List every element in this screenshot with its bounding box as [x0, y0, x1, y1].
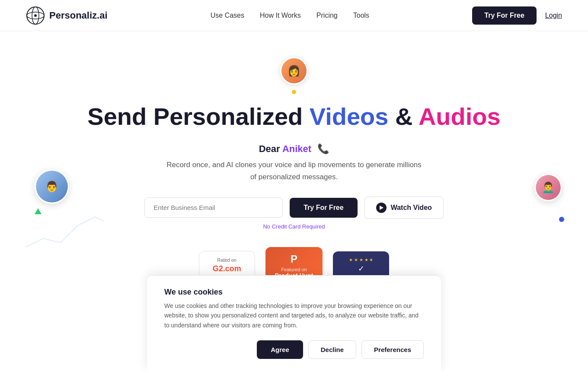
watch-video-button[interactable]: Watch Video — [364, 197, 444, 219]
nav-try-button[interactable]: Try For Free — [472, 6, 536, 25]
email-input[interactable] — [144, 197, 283, 218]
g2-rated-label: Rated on — [209, 257, 245, 263]
try-free-button[interactable]: Try For Free — [290, 198, 357, 218]
hero-title: Send Personalized Videos & Audios — [9, 103, 579, 130]
g2-brand: G2.com — [209, 264, 245, 273]
ph-icon: P — [275, 253, 313, 265]
play-icon — [376, 203, 387, 213]
float-avatar-left: 👨 — [35, 169, 69, 204]
gdpr-stars: ★ ★ ★ ★ ★ — [342, 257, 380, 262]
blue-dot-decoration — [559, 217, 564, 222]
hero-dear-line: Dear Aniket 📞 — [9, 143, 579, 155]
dear-name: Aniket — [282, 143, 311, 154]
svg-point-3 — [34, 14, 37, 17]
avatar-left: 👨 — [35, 169, 69, 204]
cookie-banner: We use cookies We use cookies and other … — [147, 275, 441, 310]
title-part2: & — [388, 103, 418, 130]
watch-btn-label: Watch Video — [391, 204, 432, 212]
nav-actions: Try For Free Login — [472, 6, 562, 25]
nav-link-tools[interactable]: Tools — [353, 12, 369, 19]
ph-featured-label: Featured on — [275, 267, 313, 272]
nav-link-pricing[interactable]: Pricing — [316, 12, 338, 19]
title-pink: Audios — [419, 103, 501, 130]
logo-text: Personaliz.ai — [49, 10, 108, 21]
avatar-right: 👨‍🦱 — [534, 174, 562, 201]
hero-top-avatar: 👩 — [280, 57, 308, 85]
hero-section: 👨 👨‍🦱 👩 Send Personalized Videos & Audio… — [0, 31, 588, 310]
logo-icon — [26, 6, 45, 25]
phone-icon: 📞 — [317, 143, 329, 155]
title-blue: Videos — [310, 103, 389, 130]
yellow-dot — [292, 90, 296, 94]
float-avatar-right: 👨‍🦱 — [534, 174, 562, 201]
navbar: Personaliz.ai Use Cases How It Works Pri… — [0, 0, 588, 31]
title-part1: Send Personalized — [87, 103, 310, 130]
nav-link-how-it-works[interactable]: How It Works — [260, 12, 301, 19]
nav-link-use-cases[interactable]: Use Cases — [211, 12, 244, 19]
cookie-title: We use cookies — [164, 288, 424, 297]
logo[interactable]: Personaliz.ai — [26, 6, 108, 25]
dear-label: Dear — [259, 143, 280, 154]
chart-decoration — [26, 212, 104, 256]
hero-description: Record once, and AI clones your voice an… — [9, 159, 579, 182]
nav-login-button[interactable]: Login — [545, 12, 562, 19]
nav-links: Use Cases How It Works Pricing Tools — [211, 12, 369, 19]
cookie-text: We use cookies and other tracking techno… — [164, 301, 424, 310]
gdpr-check: ✓ — [342, 264, 380, 273]
